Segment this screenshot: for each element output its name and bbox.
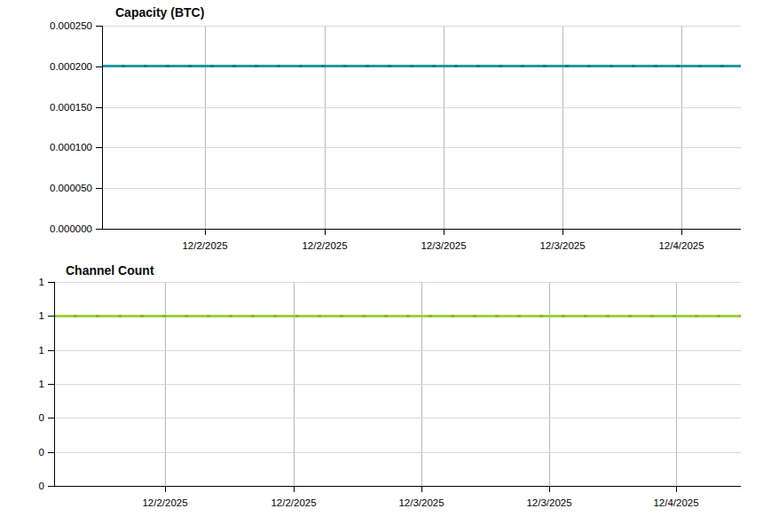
capacity-x-tick-mark — [681, 229, 682, 235]
capacity-y-tick-mark — [96, 107, 102, 108]
capacity-x-tick-mark — [562, 229, 563, 235]
channel-count-chart-title: Channel Count — [66, 263, 154, 278]
channel-count-x-tick-label: 12/2/2025 — [142, 497, 187, 509]
channel-count-y-tick-label: 0 — [39, 446, 44, 458]
channel-count-y-tick-label: 1 — [39, 276, 44, 288]
capacity-vertical-gridline — [562, 26, 563, 229]
channel-count-series-line[interactable] — [55, 315, 741, 317]
capacity-y-tick-label: 0.000250 — [50, 20, 92, 32]
channel-count-x-tick-mark — [421, 486, 422, 492]
capacity-y-tick-mark — [96, 26, 102, 27]
capacity-y-tick-label: 0.000150 — [50, 101, 92, 113]
capacity-horizontal-gridline — [103, 26, 741, 27]
capacity-plot-area[interactable]: 0.0002500.0002000.0001500.0001000.000050… — [102, 26, 741, 230]
capacity-y-tick-mark — [96, 147, 102, 148]
channel-count-y-tick-label: 1 — [39, 344, 44, 356]
channel-count-y-tick-mark — [48, 418, 54, 419]
capacity-vertical-gridline — [681, 26, 682, 229]
capacity-horizontal-gridline — [103, 107, 741, 108]
channel-count-y-tick-label: 0 — [39, 411, 44, 424]
capacity-y-tick-mark — [96, 188, 102, 189]
capacity-y-tick-label: 0.000200 — [50, 60, 92, 73]
capacity-x-tick-mark — [444, 229, 444, 235]
channel-count-y-tick-mark — [48, 282, 54, 283]
channel-count-x-tick-label: 12/3/2025 — [398, 497, 444, 509]
channel-count-horizontal-gridline — [55, 384, 741, 385]
channel-count-y-tick-label: 1 — [39, 309, 44, 322]
capacity-y-tick-label: 0.000000 — [50, 223, 92, 235]
channel-count-horizontal-gridline — [55, 350, 741, 351]
channel-count-y-tick-label: 1 — [39, 378, 44, 390]
channel-count-x-tick-label: 12/3/2025 — [526, 497, 571, 509]
capacity-series-line[interactable] — [103, 65, 741, 67]
capacity-y-tick-label: 0.000050 — [50, 182, 92, 194]
channel-count-horizontal-gridline — [55, 418, 741, 419]
channel-count-y-tick-mark — [48, 350, 54, 351]
capacity-vertical-gridline — [444, 26, 444, 229]
capacity-x-tick-mark — [205, 229, 206, 235]
channel-count-horizontal-gridline — [55, 282, 741, 283]
channel-count-plot-area[interactable]: 111100012/2/202512/2/202512/3/202512/3/2… — [54, 282, 741, 487]
channel-count-x-tick-label: 12/4/2025 — [653, 497, 698, 509]
capacity-chart-title: Capacity (BTC) — [115, 5, 204, 20]
channel-count-x-tick-mark — [549, 486, 550, 492]
channel-count-y-tick-label: 0 — [39, 480, 44, 492]
channel-count-y-tick-mark — [48, 452, 54, 453]
channel-count-x-tick-mark — [165, 486, 166, 492]
capacity-x-tick-label: 12/3/2025 — [421, 239, 466, 252]
capacity-x-tick-label: 12/3/2025 — [539, 239, 585, 252]
channel-count-x-tick-mark — [676, 486, 677, 492]
capacity-horizontal-gridline — [103, 147, 741, 148]
channel-count-y-tick-mark — [48, 486, 54, 487]
capacity-x-tick-label: 12/2/2025 — [182, 239, 227, 252]
capacity-x-tick-mark — [325, 229, 326, 235]
channel-count-x-tick-mark — [294, 486, 295, 492]
capacity-x-tick-label: 12/2/2025 — [302, 239, 347, 252]
capacity-vertical-gridline — [205, 26, 206, 229]
capacity-vertical-gridline — [325, 26, 326, 229]
channel-count-horizontal-gridline — [55, 452, 741, 453]
channel-count-x-tick-label: 12/2/2025 — [271, 497, 316, 509]
capacity-y-tick-label: 0.000100 — [50, 141, 92, 153]
capacity-horizontal-gridline — [103, 188, 741, 189]
capacity-x-tick-label: 12/4/2025 — [658, 239, 704, 252]
capacity-y-tick-mark — [96, 229, 102, 230]
channel-count-y-tick-mark — [48, 384, 54, 385]
capacity-y-tick-mark — [96, 66, 102, 67]
channel-count-y-tick-mark — [48, 316, 54, 317]
